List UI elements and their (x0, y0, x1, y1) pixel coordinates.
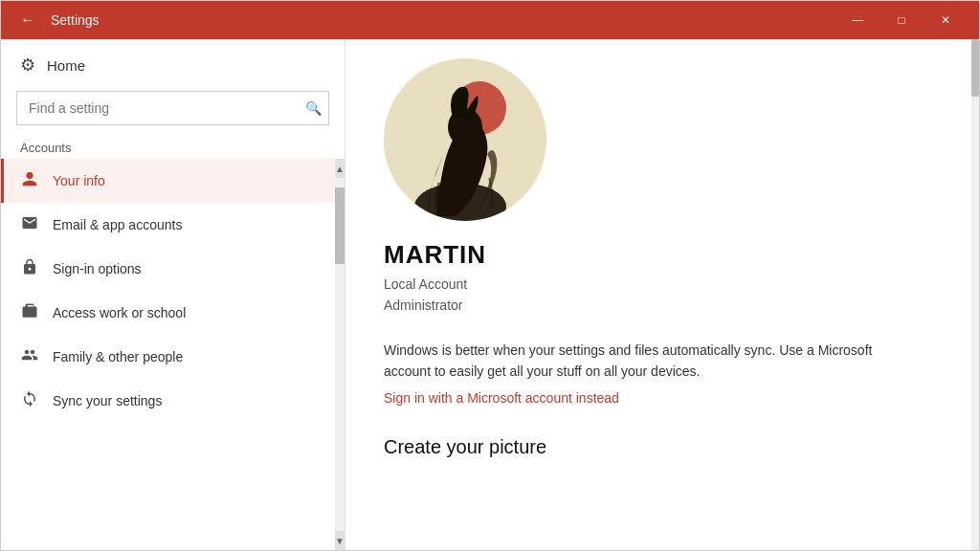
create-picture-heading: Create your picture (384, 436, 933, 458)
sync-description: Windows is better when your settings and… (384, 340, 881, 383)
sync-icon (20, 390, 39, 411)
people-icon (20, 346, 39, 367)
scrollbar-thumb (971, 39, 979, 97)
family-label: Family & other people (53, 349, 183, 364)
your-info-label: Your info (53, 173, 105, 188)
sidebar: ⚙ Home 🔍 Accounts Your in (1, 39, 345, 550)
lock-icon (20, 258, 39, 279)
user-name: MARTIN (384, 240, 933, 270)
content-area: ⚙ Home 🔍 Accounts Your in (1, 39, 979, 550)
account-type-line2: Administrator (384, 295, 933, 316)
avatar (384, 58, 546, 221)
person-icon (20, 170, 39, 191)
sync-label: Sync your settings (53, 393, 162, 408)
main-scrollbar[interactable] (971, 39, 979, 550)
accounts-section-label: Accounts (1, 133, 345, 159)
back-button[interactable]: ← (12, 5, 43, 35)
microsoft-signin-link[interactable]: Sign in with a Microsoft account instead (384, 390, 933, 406)
titlebar: ← Settings — □ ✕ (1, 1, 979, 39)
signin-label: Sign-in options (53, 261, 142, 276)
sidebar-item-email-app[interactable]: Email & app accounts (1, 203, 345, 247)
email-app-label: Email & app accounts (53, 217, 182, 232)
sidebar-scroll-up[interactable]: ▲ (335, 159, 345, 178)
briefcase-icon (20, 302, 39, 323)
close-button[interactable]: ✕ (924, 1, 968, 39)
account-type-line1: Local Account (384, 274, 933, 295)
search-box: 🔍 (16, 91, 329, 125)
sidebar-item-work-school[interactable]: Access work or school (1, 291, 345, 335)
window-title: Settings (51, 12, 100, 28)
maximize-button[interactable]: □ (880, 1, 924, 39)
search-icon[interactable]: 🔍 (305, 100, 322, 116)
work-school-label: Access work or school (53, 305, 186, 320)
window-controls: — □ ✕ (835, 1, 968, 39)
settings-window: ← Settings — □ ✕ ⚙ Home 🔍 (0, 0, 980, 551)
home-label: Home (47, 57, 85, 74)
profile-section: MARTIN Local Account Administrator Windo… (384, 39, 933, 458)
sidebar-nav: Your info Email & app accounts (1, 159, 345, 550)
sidebar-item-family[interactable]: Family & other people (1, 335, 345, 379)
minimize-button[interactable]: — (835, 1, 880, 39)
sidebar-item-sync[interactable]: Sync your settings (1, 379, 345, 423)
sidebar-scrollbar[interactable]: ▲ ▼ (335, 159, 345, 550)
sidebar-scroll-thumb (335, 178, 345, 531)
sidebar-item-home[interactable]: ⚙ Home (1, 39, 345, 91)
home-icon: ⚙ (20, 55, 35, 76)
sidebar-item-your-info[interactable]: Your info (1, 159, 345, 203)
main-panel: MARTIN Local Account Administrator Windo… (345, 39, 971, 550)
search-input[interactable] (16, 91, 329, 125)
sidebar-item-signin[interactable]: Sign-in options (1, 247, 345, 291)
sidebar-scroll-down[interactable]: ▼ (335, 531, 345, 550)
email-icon (20, 214, 39, 235)
